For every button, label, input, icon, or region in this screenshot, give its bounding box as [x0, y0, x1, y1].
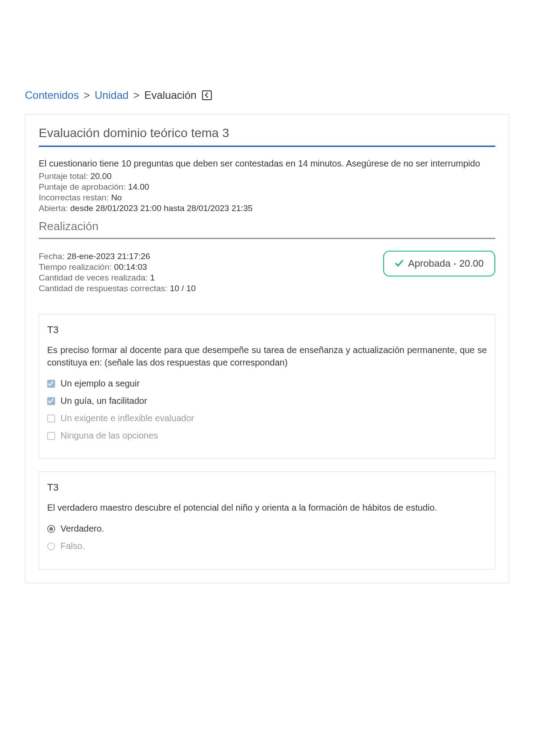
meta-approval-score: Puntaje de aprobación: 14.00 [39, 182, 495, 192]
option-label: Falso. [61, 541, 85, 551]
meta-value: 10 / 10 [170, 284, 196, 293]
breadcrumb: Contenidos > Unidad > Evaluación [25, 89, 509, 102]
question-option: Un exigente e inflexible evaluador [47, 413, 487, 423]
meta-value: 28-ene-2023 21:17:26 [67, 252, 150, 261]
realization-time: Tiempo realización: 00:14:03 [39, 262, 196, 272]
meta-open-window: Abierta: desde 28/01/2023 21:00 hasta 28… [39, 203, 495, 213]
meta-label: Puntaje de aprobación: [39, 182, 128, 191]
checkbox-unchecked-icon [47, 415, 55, 423]
evaluation-title: Evaluación dominio teórico tema 3 [39, 126, 495, 140]
question-card: T3 El verdadero maestro descubre el pote… [39, 471, 495, 569]
evaluation-intro: El cuestionario tiene 10 preguntas que d… [39, 158, 495, 170]
meta-value: 00:14:03 [114, 262, 147, 272]
breadcrumb-separator: > [84, 89, 90, 101]
question-prompt: El verdadero maestro descubre el potenci… [47, 501, 487, 514]
option-label: Ninguna de las opciones [61, 431, 158, 441]
meta-label: Puntaje total: [39, 171, 90, 181]
meta-value: desde 28/01/2023 21:00 hasta 28/01/2023 … [70, 203, 253, 213]
evaluation-panel: Evaluación dominio teórico tema 3 El cue… [25, 114, 509, 583]
question-option: Ninguna de las opciones [47, 431, 487, 441]
realization-heading: Realización [39, 219, 495, 233]
checkbox-unchecked-icon [47, 432, 55, 440]
question-option: Un ejemplo a seguir [47, 378, 487, 389]
question-card: T3 Es preciso formar al docente para que… [39, 314, 495, 459]
checkbox-checked-icon [47, 380, 55, 388]
question-code: T3 [47, 482, 487, 493]
meta-label: Abierta: [39, 203, 70, 213]
check-icon [395, 259, 404, 268]
radio-unselected-icon [47, 542, 55, 550]
meta-value: No [111, 193, 122, 202]
option-label: Un ejemplo a seguir [61, 378, 140, 389]
meta-label: Tiempo realización: [39, 262, 114, 272]
meta-label: Cantidad de respuestas correctas: [39, 284, 170, 293]
meta-value: 1 [150, 273, 155, 282]
question-option: Falso. [47, 541, 487, 551]
meta-wrong-subtract: Incorrectas restan: No [39, 193, 495, 203]
breadcrumb-contenidos[interactable]: Contenidos [25, 89, 79, 101]
breadcrumb-separator: > [134, 89, 140, 101]
status-badge: Aprobada - 20.00 [383, 251, 495, 276]
realization-correct: Cantidad de respuestas correctas: 10 / 1… [39, 284, 196, 293]
option-label: Un guía, un facilitador [61, 396, 147, 406]
meta-value: 14.00 [128, 182, 150, 191]
question-code: T3 [47, 324, 487, 336]
breadcrumb-current: Evaluación [144, 89, 196, 101]
meta-label: Fecha: [39, 252, 67, 261]
divider-blue [39, 146, 495, 147]
divider-gray [39, 238, 495, 239]
realization-date: Fecha: 28-ene-2023 21:17:26 [39, 252, 196, 261]
question-option: Verdadero. [47, 524, 487, 534]
radio-selected-icon [47, 525, 55, 533]
option-label: Verdadero. [61, 524, 104, 534]
option-label: Un exigente e inflexible evaluador [61, 413, 194, 423]
meta-label: Cantidad de veces realizada: [39, 273, 150, 282]
meta-total-score: Puntaje total: 20.00 [39, 171, 495, 181]
breadcrumb-unidad[interactable]: Unidad [95, 89, 129, 101]
question-option: Un guía, un facilitador [47, 396, 487, 406]
checkbox-checked-icon [47, 397, 55, 405]
question-prompt: Es preciso formar al docente para que de… [47, 344, 487, 369]
realization-details: Fecha: 28-ene-2023 21:17:26 Tiempo reali… [39, 251, 196, 294]
meta-value: 20.00 [90, 171, 112, 181]
realization-attempts: Cantidad de veces realizada: 1 [39, 273, 196, 283]
collapse-back-icon[interactable] [202, 90, 212, 100]
status-badge-text: Aprobada - 20.00 [408, 258, 484, 269]
meta-label: Incorrectas restan: [39, 193, 111, 202]
